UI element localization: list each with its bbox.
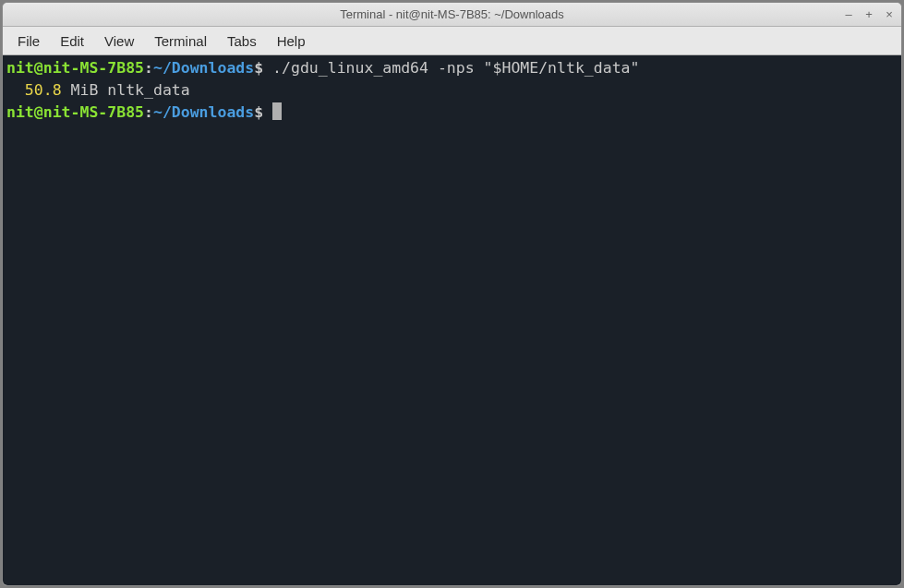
menu-edit[interactable]: Edit	[51, 30, 93, 53]
menu-file[interactable]: File	[8, 30, 49, 53]
terminal-line-2: 50.8 MiB nltk_data	[6, 79, 898, 102]
prompt-colon: :	[144, 103, 153, 121]
terminal-window: Terminal - nit@nit-MS-7B85: ~/Downloads …	[2, 2, 902, 586]
terminal-content[interactable]: nit@nit-MS-7B85:~/Downloads$ ./gdu_linux…	[3, 55, 901, 585]
prompt-user: nit@nit-MS-7B85	[6, 59, 144, 77]
command-text	[263, 103, 272, 121]
window-title: Terminal - nit@nit-MS-7B85: ~/Downloads	[340, 7, 564, 21]
menu-view[interactable]: View	[95, 30, 143, 53]
prompt-path: ~/Downloads	[153, 103, 254, 121]
prompt-dollar: $	[254, 59, 263, 77]
menubar: File Edit View Terminal Tabs Help	[3, 27, 901, 55]
output-text: MiB nltk_data	[62, 81, 190, 99]
prompt-user: nit@nit-MS-7B85	[6, 103, 144, 121]
maximize-button[interactable]: +	[862, 8, 875, 21]
titlebar: Terminal - nit@nit-MS-7B85: ~/Downloads …	[3, 3, 901, 27]
menu-terminal[interactable]: Terminal	[145, 30, 216, 53]
menu-help[interactable]: Help	[268, 30, 315, 53]
prompt-dollar: $	[254, 103, 263, 121]
terminal-line-3: nit@nit-MS-7B85:~/Downloads$	[6, 102, 898, 124]
prompt-path: ~/Downloads	[153, 59, 254, 77]
output-size: 50.8	[6, 81, 62, 99]
menu-tabs[interactable]: Tabs	[218, 30, 266, 53]
prompt-colon: :	[144, 59, 153, 77]
terminal-line-1: nit@nit-MS-7B85:~/Downloads$ ./gdu_linux…	[6, 57, 898, 79]
command-text: ./gdu_linux_amd64 -nps "$HOME/nltk_data"	[263, 59, 639, 77]
minimize-button[interactable]: –	[842, 8, 855, 21]
window-controls: – + ×	[842, 8, 896, 21]
close-button[interactable]: ×	[883, 8, 896, 21]
cursor-icon	[272, 102, 282, 120]
